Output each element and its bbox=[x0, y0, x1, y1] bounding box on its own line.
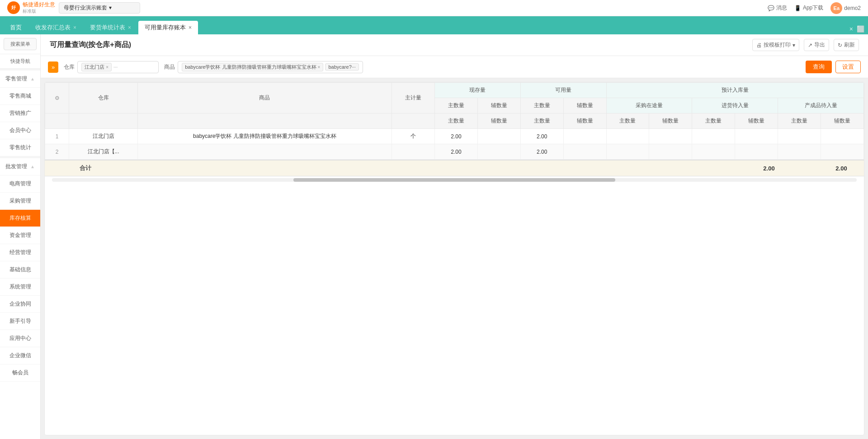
th-avail-main-2: 主数量 bbox=[520, 113, 563, 129]
warehouse-tag-text: 江北门店 bbox=[85, 64, 104, 71]
refresh-btn[interactable]: ↻ 刷新 bbox=[834, 39, 859, 51]
sidebar-item-basic-info[interactable]: 基础信息 bbox=[0, 261, 40, 279]
warehouse-tags-container[interactable]: 江北门店 × ··· bbox=[77, 61, 159, 73]
sidebar-search-btn[interactable]: 搜索菜单 bbox=[4, 38, 37, 50]
product-label: 商品 bbox=[164, 63, 175, 71]
window-controls: × ⬜ bbox=[849, 25, 864, 34]
product-tag-1: babycare学饮杯 儿童防摔防撞吸管杯重力球吸嘴杯宝宝水杯 × bbox=[182, 63, 323, 71]
sidebar-label-ecommerce: 电商管理 bbox=[9, 180, 31, 188]
app-download-label: App下载 bbox=[803, 4, 823, 12]
content-area: 可用量查询(按仓库+商品) 🖨 按模板打印 ▾ ↗ 导出 ↻ 刷新 » bbox=[41, 34, 868, 439]
th-stock-sub: 辅数量 bbox=[477, 98, 520, 113]
th-avail-sub-2: 辅数量 bbox=[563, 113, 606, 129]
scroll-track bbox=[52, 178, 857, 182]
sidebar-label-purchase: 采购管理 bbox=[9, 197, 31, 205]
tab-receivable-close[interactable]: × bbox=[73, 24, 76, 31]
th-inbound-group-label: 进货待入量 bbox=[692, 98, 778, 113]
product-tags-container[interactable]: babycare学饮杯 儿童防摔防撞吸管杯重力球吸嘴杯宝宝水杯 × babyca… bbox=[178, 61, 363, 73]
sidebar-item-retail-store[interactable]: 零售商城 bbox=[0, 88, 40, 105]
tab-available-inventory[interactable]: 可用量库存账本 × bbox=[138, 21, 198, 34]
sidebar-item-retail-mgmt[interactable]: 零售管理 ▲ bbox=[0, 71, 40, 88]
avatar: Ea bbox=[830, 2, 842, 14]
footer-stock-main: 2.00 bbox=[751, 165, 787, 172]
scroll-thumb[interactable] bbox=[293, 178, 615, 182]
scroll-bar-area[interactable] bbox=[45, 176, 864, 184]
tab-receivable[interactable]: 收发存汇总表 × bbox=[29, 21, 83, 34]
th-purchase-group-label: 采购在途量 bbox=[606, 98, 692, 113]
tab-order-stats-close[interactable]: × bbox=[128, 24, 131, 31]
footer-avail-main: 2.00 bbox=[823, 165, 859, 172]
sidebar-label-enterprise: 企业协同 bbox=[9, 300, 31, 308]
footer-label: 合计 bbox=[49, 164, 122, 172]
sidebar-item-wholesale-mgmt[interactable]: 批发管理 ▲ bbox=[0, 158, 40, 175]
product-tag-1-close[interactable]: × bbox=[318, 65, 321, 70]
sidebar-item-retail-stats[interactable]: 零售统计 bbox=[0, 139, 40, 156]
th-stock-sub-2: 辅数量 bbox=[477, 113, 520, 129]
th-settings[interactable]: ⚙ bbox=[45, 83, 69, 113]
filter-expand-btn[interactable]: » bbox=[48, 61, 58, 73]
th-empty-settings bbox=[45, 113, 69, 129]
sidebar-item-enterprise[interactable]: 企业协同 bbox=[0, 296, 40, 313]
sidebar-item-member[interactable]: 会员中心 bbox=[0, 122, 40, 139]
th-purchase-sub: 辅数量 bbox=[649, 113, 692, 129]
th-incoming-group: 预计入库量 bbox=[606, 83, 864, 98]
app-download-btn[interactable]: 📱 App下载 bbox=[794, 4, 823, 12]
sidebar-label-enterprise-wechat: 企业微信 bbox=[9, 352, 31, 359]
sidebar-item-system[interactable]: 系统管理 bbox=[0, 279, 40, 296]
sidebar-search-area: 搜索菜单 bbox=[0, 34, 40, 54]
logo-area: 好 畅捷通好生意 标准版 bbox=[7, 1, 55, 14]
tab-available-inventory-close[interactable]: × bbox=[189, 24, 192, 31]
sidebar-label-member: 会员中心 bbox=[9, 127, 31, 134]
sidebar-item-app-center[interactable]: 应用中心 bbox=[0, 330, 40, 347]
tab-order-stats[interactable]: 要货单统计表 × bbox=[84, 21, 137, 34]
tab-available-inventory-label: 可用量库存账本 bbox=[145, 24, 186, 32]
sidebar-item-finance[interactable]: 资金管理 bbox=[0, 227, 40, 244]
data-table: ⚙ 仓库 商品 主计量 现存量 可用量 预计入库量 主数量 辅数量 主数量 辅数… bbox=[45, 82, 864, 160]
sidebar-item-operations[interactable]: 经营管理 bbox=[0, 244, 40, 261]
sidebar-item-ecommerce[interactable]: 电商管理 bbox=[0, 175, 40, 193]
th-stock-main: 主数量 bbox=[434, 98, 477, 113]
company-selector[interactable]: 母婴行业演示账套 ▾ bbox=[59, 2, 140, 14]
th-empty-wh bbox=[69, 113, 138, 129]
sidebar-label-operations: 经营管理 bbox=[9, 249, 31, 256]
footer-stock-sub bbox=[787, 165, 823, 172]
sidebar-item-enterprise-wechat[interactable]: 企业微信 bbox=[0, 347, 40, 364]
window-restore-btn[interactable]: ⬜ bbox=[857, 25, 864, 33]
settings-btn[interactable]: 设置 bbox=[835, 61, 861, 73]
product-tag-2-text: babycare?··· bbox=[328, 64, 356, 70]
tab-home[interactable]: 首页 bbox=[4, 21, 28, 34]
message-btn[interactable]: 💬 消息 bbox=[768, 4, 787, 12]
warehouse-tag-close[interactable]: × bbox=[106, 65, 108, 70]
th-product: 商品 bbox=[137, 83, 392, 113]
sidebar-label-wholesale-mgmt: 批发管理 bbox=[5, 163, 27, 170]
arrow-icon: ▲ bbox=[30, 76, 35, 81]
top-bar-right: 💬 消息 📱 App下载 Ea demo2 bbox=[768, 2, 861, 14]
th-inbound-sub: 辅数量 bbox=[735, 113, 778, 129]
th-warehouse: 仓库 bbox=[69, 83, 138, 113]
print-chevron: ▾ bbox=[793, 42, 795, 48]
print-btn[interactable]: 🖨 按模板打印 ▾ bbox=[752, 39, 799, 51]
query-btn[interactable]: 查询 bbox=[806, 61, 832, 73]
export-btn[interactable]: ↗ 导出 bbox=[804, 39, 829, 51]
user-name: demo2 bbox=[844, 5, 861, 11]
print-icon: 🖨 bbox=[756, 42, 762, 48]
page-actions: 🖨 按模板打印 ▾ ↗ 导出 ↻ 刷新 bbox=[752, 39, 859, 51]
window-close-btn[interactable]: × bbox=[849, 25, 853, 33]
sidebar-item-newbie[interactable]: 新手引导 bbox=[0, 313, 40, 330]
sidebar-quick-nav[interactable]: 快捷导航 bbox=[0, 54, 40, 69]
tab-order-stats-label: 要货单统计表 bbox=[90, 24, 125, 32]
sidebar-item-member2[interactable]: 畅会员 bbox=[0, 364, 40, 382]
sidebar-item-purchase[interactable]: 采购管理 bbox=[0, 193, 40, 210]
user-area[interactable]: Ea demo2 bbox=[830, 2, 861, 14]
sidebar-item-marketing[interactable]: 营销推广 bbox=[0, 105, 40, 122]
sidebar-item-inventory[interactable]: 库存核算 bbox=[0, 210, 40, 227]
sidebar-label-retail-stats: 零售统计 bbox=[9, 144, 31, 151]
warehouse-filter: 仓库 江北门店 × ··· bbox=[64, 61, 159, 73]
sidebar: 搜索菜单 快捷导航 零售管理 ▲ 零售商城 营销推广 会员中心 零售统计 批发管… bbox=[0, 34, 41, 439]
logo-icon: 好 bbox=[7, 1, 20, 14]
table-row: 1江北门店babycare学饮杯 儿童防摔防撞吸管杯重力球吸嘴杯宝宝水杯个2.0… bbox=[45, 129, 864, 144]
th-main-unit: 主计量 bbox=[392, 83, 435, 113]
warehouse-more-icon[interactable]: ··· bbox=[113, 64, 118, 70]
nav-tabs: 首页 收发存汇总表 × 要货单统计表 × 可用量库存账本 × × ⬜ bbox=[0, 16, 868, 34]
main-layout: 搜索菜单 快捷导航 零售管理 ▲ 零售商城 营销推广 会员中心 零售统计 批发管… bbox=[0, 34, 868, 439]
